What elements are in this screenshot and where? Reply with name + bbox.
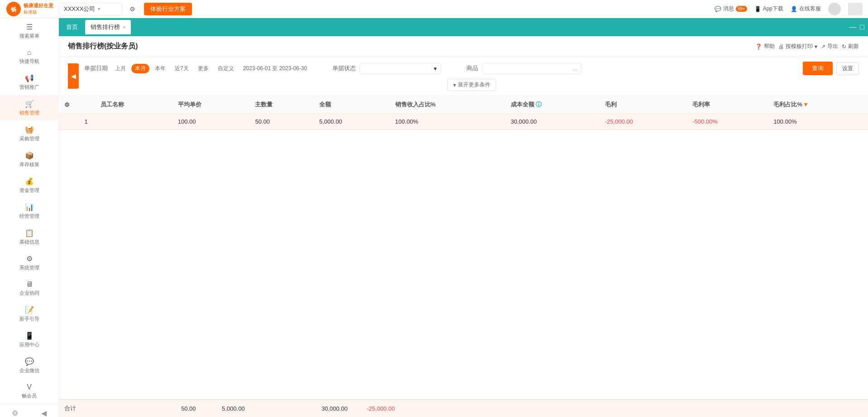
sidebar-item-7[interactable]: 📊经营管理 — [0, 198, 58, 224]
sidebar-item-10[interactable]: 🖥企业协同 — [0, 276, 58, 301]
print-chevron-icon: ▾ — [815, 43, 817, 50]
th-rank — [77, 96, 95, 114]
cost-info-icon: ⓘ — [536, 101, 542, 108]
online-service-label: 在线客服 — [799, 5, 821, 13]
sidebar-item-8[interactable]: 📋基础信息 — [0, 224, 58, 250]
goods-search-field[interactable] — [486, 65, 573, 72]
sidebar-item-2[interactable]: 📢营销推广 — [0, 69, 58, 95]
footer-gross: -25,000.00 — [361, 405, 407, 412]
settings-icon[interactable]: ⚙ — [126, 3, 139, 15]
top-bar: 畅 畅康通好生意 标准版 XXXXX公司 ▾ ⚙ 体验行业方案 💬 消息 99+… — [0, 0, 868, 18]
sidebar-icon-0: ☰ — [26, 23, 33, 31]
expand-more-label: 展开更多条件 — [458, 81, 490, 89]
tab-home[interactable]: 首页 — [59, 18, 85, 36]
content-area: 首页 销售排行榜 × — □ 销售排行榜(按业务员) — [59, 18, 868, 417]
sidebar-item-5[interactable]: 📦库存核算 — [0, 147, 58, 173]
footer-cost-amount: 30,000.00 — [316, 405, 361, 412]
sidebar-item-12[interactable]: 📱应用中心 — [0, 327, 58, 353]
page-header-row: 销售排行榜(按业务员) ❓ 帮助 🖨 按模板打印 ▾ — [68, 42, 859, 51]
tab-maximize-icon[interactable]: □ — [860, 23, 864, 31]
goods-more-icon[interactable]: ... — [573, 65, 577, 72]
row-gross-rate: -500.00% — [687, 114, 768, 130]
date-option-更多[interactable]: 更多 — [194, 64, 212, 73]
sidebar-item-6[interactable]: 💰资金管理 — [0, 173, 58, 198]
online-service-button[interactable]: 👤 在线客服 — [791, 5, 821, 13]
date-option-本年[interactable]: 本年 — [151, 64, 169, 73]
help-button[interactable]: ❓ 帮助 — [755, 43, 775, 50]
sidebar-icon-13: 💬 — [25, 357, 34, 366]
svg-text:畅: 畅 — [11, 6, 16, 13]
sidebar-item-1[interactable]: ⌂快捷导航 — [0, 44, 58, 69]
row-sales-ratio: 100.00% — [390, 114, 505, 130]
row-gross: -25,000.00 — [599, 114, 687, 130]
th-gross-rate: 毛利率 — [687, 96, 768, 114]
sidebar-item-11[interactable]: 📝新手引导 — [0, 301, 58, 327]
tab-sales-ranking[interactable]: 销售排行榜 × — [85, 20, 131, 34]
refresh-button[interactable]: ↻ 刷新 — [842, 43, 859, 50]
row-avg-price: 100.00 — [173, 114, 250, 130]
chevron-down-icon: ▾ — [98, 6, 100, 11]
status-filter-label: 单据状态 — [332, 64, 356, 72]
sidebar-item-0[interactable]: ☰搜索菜单 — [0, 18, 58, 44]
company-name: XXXXX公司 — [64, 5, 95, 13]
th-gross-ratio: 毛利占比% ▾ — [768, 96, 868, 114]
sidebar-icon-3: 🛒 — [25, 100, 34, 108]
footer-amount: 5,000.00 — [216, 405, 262, 412]
export-button[interactable]: ↗ 导出 — [821, 43, 838, 50]
message-button[interactable]: 💬 消息 99+ — [715, 5, 747, 13]
date-option-本月[interactable]: 本月 — [131, 64, 149, 73]
th-settings[interactable]: ⚙ — [59, 96, 77, 114]
date-option-近7天[interactable]: 近7天 — [171, 64, 192, 73]
th-sales-ratio: 销售收入占比% — [390, 96, 505, 114]
help-label: 帮助 — [764, 43, 775, 50]
th-main-qty: 主数量 — [249, 96, 314, 114]
company-selector[interactable]: XXXXX公司 ▾ — [59, 3, 122, 15]
sidebar-label-11: 新手引导 — [19, 316, 39, 322]
date-option-上月[interactable]: 上月 — [111, 64, 129, 73]
sidebar-label-9: 系统管理 — [19, 264, 39, 271]
app-download-button[interactable]: 📱 App下载 — [754, 5, 783, 13]
status-filter: 单据状态 ▾ — [332, 63, 441, 74]
sidebar-label-8: 基础信息 — [19, 239, 39, 245]
th-employee: 员工名称 — [95, 96, 173, 114]
message-icon: 💬 — [715, 6, 721, 12]
sidebar-item-14[interactable]: V畅会员 — [0, 379, 58, 404]
goods-input[interactable]: ... — [482, 63, 581, 74]
sidebar-item-3[interactable]: 🛒销售管理 — [0, 95, 58, 121]
sidebar-item-13[interactable]: 💬企业微信 — [0, 353, 58, 379]
sidebar-label-10: 企业协同 — [19, 290, 39, 297]
page-toolbar: ❓ 帮助 🖨 按模板打印 ▾ ↗ 导出 — [755, 43, 859, 50]
sidebar-icon-9: ⚙ — [26, 254, 33, 263]
settings-button[interactable]: 设置 — [836, 62, 859, 75]
sidebar-item-9[interactable]: ⚙系统管理 — [0, 250, 58, 276]
app-container: 畅 畅康通好生意 标准版 XXXXX公司 ▾ ⚙ 体验行业方案 💬 消息 99+… — [0, 0, 868, 417]
tab-minimize-icon[interactable]: — — [849, 23, 856, 31]
status-select[interactable]: ▾ — [360, 63, 441, 74]
expand-more-button[interactable]: ▾ 展开更多条件 — [447, 79, 496, 91]
top-bar-right: 💬 消息 99+ 📱 App下载 👤 在线客服 — [715, 3, 863, 15]
trial-button[interactable]: 体验行业方案 — [144, 3, 192, 15]
export-label: 导出 — [827, 43, 838, 50]
sidebar-label-4: 采购管理 — [19, 135, 39, 142]
logo-area: 畅 畅康通好生意 标准版 — [5, 1, 53, 17]
footer-main-qty: 50.00 — [176, 405, 216, 412]
avatar[interactable] — [828, 3, 841, 15]
sidebar-icon-11: 📝 — [25, 306, 34, 314]
date-option-自定义[interactable]: 自定义 — [214, 64, 238, 73]
print-button[interactable]: 🖨 按模板打印 ▾ — [778, 43, 817, 50]
sidebar-item-4[interactable]: 🧺采购管理 — [0, 121, 58, 147]
sidebar-collapse-icon[interactable]: ◀ — [41, 409, 47, 417]
query-button[interactable]: 查询 — [803, 62, 833, 75]
gross-ratio-sort-icon: ▾ — [804, 101, 807, 108]
tab-close-icon[interactable]: × — [123, 24, 125, 30]
app-download-label: App下载 — [763, 5, 783, 13]
message-badge: 99+ — [736, 6, 747, 12]
th-gross: 毛利 — [599, 96, 687, 114]
help-icon: ❓ — [755, 43, 762, 50]
app-download-icon: 📱 — [754, 6, 761, 12]
row-main-qty: 50.00 — [249, 114, 314, 130]
sidebar-label-14: 畅会员 — [22, 393, 37, 399]
message-label: 消息 — [723, 5, 734, 13]
sidebar-settings-icon[interactable]: ⚙ — [12, 409, 18, 417]
filter-toggle-arrow[interactable]: ◀ — [68, 63, 79, 89]
